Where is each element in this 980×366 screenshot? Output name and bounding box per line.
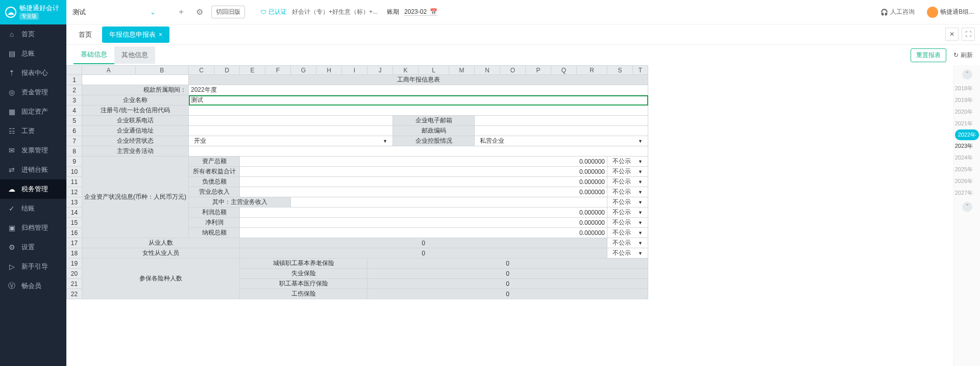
settings-icon[interactable]: ⚙ <box>193 6 206 19</box>
period-selector[interactable]: 2023-02 📅 <box>404 8 437 16</box>
disclose-female-emp[interactable]: 不公示▼ <box>607 248 648 258</box>
year-option[interactable]: 2020年 <box>955 106 979 118</box>
col-header[interactable]: K <box>393 66 419 75</box>
disclose-owner-equity[interactable]: 不公示▼ <box>607 167 648 177</box>
year-option[interactable]: 2024年 <box>955 152 979 164</box>
year-up-button[interactable]: ˄ <box>962 69 972 80</box>
input-email[interactable] <box>475 116 648 126</box>
col-header[interactable]: G <box>291 66 316 75</box>
add-company-button[interactable]: ＋ <box>175 6 188 19</box>
disclose-total-liab[interactable]: 不公示▼ <box>607 177 648 187</box>
value-female-emp[interactable]: 0 <box>240 248 607 258</box>
spreadsheet[interactable]: ABCDEFGHIJKLMNOPQRST1工商年报信息表2税款所属期间：2022… <box>66 65 648 299</box>
sheet-scroll[interactable]: ABCDEFGHIJKLMNOPQRST1工商年报信息表2税款所属期间：2022… <box>66 65 953 366</box>
customer-service-button[interactable]: 🎧 人工咨询 <box>880 8 915 16</box>
input-postcode[interactable] <box>475 126 648 136</box>
sidebar-item-3[interactable]: ◎资金管理 <box>0 83 66 102</box>
col-header[interactable]: E <box>240 66 265 75</box>
col-header[interactable]: A <box>82 66 136 75</box>
input-phone[interactable] <box>189 116 393 126</box>
tab-home[interactable]: 首页 <box>71 27 99 43</box>
tax-period-value[interactable]: 2022年度 <box>189 85 648 95</box>
col-header[interactable]: Q <box>551 66 577 75</box>
col-header[interactable] <box>67 66 82 75</box>
value-total-profit[interactable]: 0.000000 <box>240 207 607 218</box>
select-holding[interactable]: 私营企业▼ <box>475 136 648 146</box>
value-total-income[interactable]: 0.000000 <box>240 187 607 197</box>
value-total-assets[interactable]: 0.000000 <box>240 156 607 167</box>
close-icon[interactable]: × <box>159 31 162 38</box>
value-ins-unemp[interactable]: 0 <box>368 269 648 279</box>
disclose-total-assets[interactable]: 不公示▼ <box>607 156 648 167</box>
col-header[interactable]: T <box>633 66 648 75</box>
user-menu[interactable]: 畅捷通B组... <box>927 7 974 18</box>
col-header[interactable]: M <box>449 66 475 75</box>
value-ins-pension[interactable]: 0 <box>368 258 648 269</box>
sidebar-item-4[interactable]: ▦固定资产 <box>0 102 66 121</box>
tab-annual-report[interactable]: 年报信息申报表 × <box>102 27 169 43</box>
col-header[interactable]: B <box>135 66 189 75</box>
year-option[interactable]: 2027年 <box>955 187 979 199</box>
col-header[interactable]: S <box>607 66 633 75</box>
value-employees[interactable]: 0 <box>240 238 607 248</box>
sidebar-item-6[interactable]: ✉发票管理 <box>0 141 66 160</box>
col-header[interactable]: R <box>577 66 607 75</box>
select-status[interactable]: 开业▼ <box>189 136 393 146</box>
input-main-biz[interactable] <box>189 146 648 156</box>
col-header[interactable]: P <box>526 66 551 75</box>
fullscreen-button[interactable]: ⛶ <box>962 28 975 41</box>
reset-report-button[interactable]: 重置报表 <box>911 48 946 62</box>
col-header[interactable]: J <box>368 66 393 75</box>
col-header[interactable]: I <box>342 66 368 75</box>
disclose-net-profit[interactable]: 不公示▼ <box>607 218 648 228</box>
refresh-button[interactable]: ↻ 刷新 <box>953 51 973 60</box>
subtab-other[interactable]: 其他信息 <box>114 46 155 64</box>
value-total-liab[interactable]: 0.000000 <box>240 177 607 187</box>
year-option[interactable]: 2025年 <box>955 164 979 175</box>
switch-old-version-button[interactable]: 切回旧版 <box>211 6 245 18</box>
sidebar-item-8[interactable]: ☁税务管理 <box>0 179 66 199</box>
input-address[interactable] <box>189 126 393 136</box>
company-selector[interactable]: 测试 ⌄ <box>72 8 169 17</box>
sidebar-item-0[interactable]: ⌂首页 <box>0 24 66 44</box>
year-down-button[interactable]: ˅ <box>962 202 972 212</box>
year-option[interactable]: 2021年 <box>955 118 979 129</box>
year-option[interactable]: 2022年 <box>955 129 979 140</box>
value-ins-medical[interactable]: 0 <box>368 279 648 289</box>
col-header[interactable]: C <box>189 66 214 75</box>
sidebar-item-9[interactable]: ✓结账 <box>0 199 66 218</box>
year-option[interactable]: 2023年 <box>955 140 979 152</box>
disclose-employees[interactable]: 不公示▼ <box>607 238 648 248</box>
sidebar-item-5[interactable]: ☷工资 <box>0 121 66 141</box>
value-total-tax[interactable]: 0.000000 <box>240 228 607 238</box>
col-header[interactable]: N <box>475 66 500 75</box>
disclose-total-income[interactable]: 不公示▼ <box>607 187 648 197</box>
auth-badge[interactable]: 🛡 已认证 <box>260 8 287 16</box>
col-header[interactable]: O <box>500 66 526 75</box>
input-company-name[interactable]: 测试 <box>189 95 648 106</box>
disclose-total-profit[interactable]: 不公示▼ <box>607 207 648 218</box>
disclose-main-income[interactable]: 不公示▼ <box>607 197 648 207</box>
year-option[interactable]: 2026年 <box>955 175 979 187</box>
col-header[interactable]: L <box>419 66 449 75</box>
year-option[interactable]: 2019年 <box>955 94 979 106</box>
sidebar-item-1[interactable]: ▤总账 <box>0 44 66 63</box>
subtab-basic[interactable]: 基础信息 <box>74 46 114 64</box>
value-main-income[interactable] <box>291 197 607 207</box>
col-header[interactable]: H <box>316 66 342 75</box>
col-header[interactable]: D <box>214 66 240 75</box>
year-option[interactable]: 2018年 <box>955 83 979 94</box>
sidebar-item-2[interactable]: ⇡报表中心 <box>0 63 66 83</box>
value-owner-equity[interactable]: 0.000000 <box>240 167 607 177</box>
col-header[interactable]: F <box>265 66 291 75</box>
sidebar-item-11[interactable]: ⚙设置 <box>0 238 66 257</box>
value-net-profit[interactable]: 0.000000 <box>240 218 607 228</box>
disclose-total-tax[interactable]: 不公示▼ <box>607 228 648 238</box>
sidebar-item-13[interactable]: Ⓥ畅会员 <box>0 276 66 296</box>
sidebar-item-7[interactable]: ⇄进销台账 <box>0 160 66 179</box>
value-ins-injury[interactable]: 0 <box>368 289 648 299</box>
close-all-tabs-button[interactable]: ✕ <box>945 28 959 41</box>
sidebar-item-12[interactable]: ▷新手引导 <box>0 257 66 276</box>
input-reg-no[interactable] <box>189 106 648 116</box>
sidebar-item-10[interactable]: ▣归档管理 <box>0 218 66 238</box>
